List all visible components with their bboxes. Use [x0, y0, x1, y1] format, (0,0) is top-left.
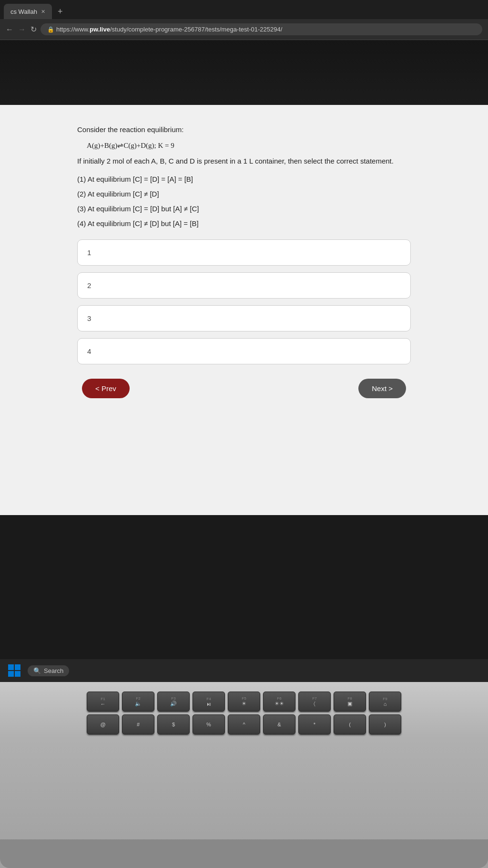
- url-display: https://www.pw.live/study/complete-progr…: [56, 26, 282, 33]
- tab-label: cs Wallah: [10, 8, 37, 15]
- answer-button-4[interactable]: 4: [77, 338, 411, 364]
- key-f5[interactable]: F5 ☀: [228, 692, 260, 712]
- option-1: (1) At equilibrium [C] = [D] = [A] = [B]: [77, 173, 411, 186]
- answer-button-1[interactable]: 1: [77, 239, 411, 266]
- question-body: If initially 2 mol of each A, B, C and D…: [77, 155, 411, 167]
- new-tab-button[interactable]: +: [55, 7, 66, 17]
- answer-button-2[interactable]: 2: [77, 272, 411, 299]
- key-f3[interactable]: F3 🔊: [157, 692, 190, 712]
- windows-taskbar: 🔍 Search: [0, 659, 488, 682]
- lock-icon: 🔒: [47, 26, 54, 33]
- key-f9[interactable]: F9 ⌂: [369, 692, 401, 712]
- start-button[interactable]: [6, 662, 23, 679]
- key-dollar[interactable]: $: [157, 714, 190, 734]
- key-hash[interactable]: #: [122, 714, 154, 734]
- answer-button-3[interactable]: 3: [77, 305, 411, 331]
- key-f1[interactable]: F1 ←: [87, 692, 119, 712]
- option-2: (2) At equilibrium [C] ≠ [D]: [77, 187, 411, 200]
- keyboard-row-1: F1 ← F2 🔈 F3 🔊 F4 ⏯ F5 ☀ F6 ☀☀: [14, 692, 474, 712]
- search-label: Search: [44, 667, 63, 674]
- key-f2[interactable]: F2 🔈: [122, 692, 154, 712]
- next-label: Next >: [372, 384, 393, 393]
- search-icon: 🔍: [33, 667, 41, 674]
- option-3: (3) At equilibrium [C] = [D] but [A] ≠ […: [77, 202, 411, 215]
- reload-icon[interactable]: ↻: [30, 25, 37, 34]
- forward-icon: →: [18, 25, 26, 34]
- key-closeparen[interactable]: ): [369, 714, 401, 734]
- equation-display: A(g)+B(g)⇌C(g)+D(g); K = 9: [87, 141, 411, 150]
- keyboard-row-2: @ # $ % ^ & * ( ): [14, 714, 474, 734]
- answer-options-container: 1 2 3 4: [77, 239, 411, 364]
- question-options-list: (1) At equilibrium [C] = [D] = [A] = [B]…: [77, 173, 411, 230]
- tab-close-icon[interactable]: ✕: [41, 9, 45, 15]
- key-at[interactable]: @: [87, 714, 119, 734]
- key-f8[interactable]: F8 ▣: [334, 692, 366, 712]
- question-intro: Consider the reaction equilibrium:: [77, 124, 411, 135]
- browser-tab[interactable]: cs Wallah ✕: [4, 4, 52, 19]
- key-f7[interactable]: F7 〈: [298, 692, 331, 712]
- next-button[interactable]: Next >: [358, 379, 406, 398]
- option-4: (4) At equilibrium [C] ≠ [D] but [A] = […: [77, 217, 411, 230]
- url-bold: pw.live: [90, 26, 110, 33]
- address-bar[interactable]: 🔒 https://www.pw.live/study/complete-pro…: [41, 23, 482, 35]
- navigation-buttons: < Prev Next >: [77, 379, 411, 398]
- key-openparen[interactable]: (: [334, 714, 366, 734]
- key-asterisk[interactable]: *: [298, 714, 331, 734]
- key-f6[interactable]: F6 ☀☀: [263, 692, 295, 712]
- prev-button[interactable]: < Prev: [82, 379, 130, 398]
- laptop-keyboard: F1 ← F2 🔈 F3 🔊 F4 ⏯ F5 ☀ F6 ☀☀: [0, 682, 488, 868]
- taskbar-search[interactable]: 🔍 Search: [28, 665, 69, 676]
- key-percent[interactable]: %: [193, 714, 225, 734]
- prev-label: < Prev: [95, 384, 116, 393]
- key-caret[interactable]: ^: [228, 714, 260, 734]
- key-f4[interactable]: F4 ⏯: [193, 692, 225, 712]
- laptop-bottom-bezel: [0, 839, 488, 868]
- key-ampersand[interactable]: &: [263, 714, 295, 734]
- back-icon[interactable]: ←: [6, 25, 13, 34]
